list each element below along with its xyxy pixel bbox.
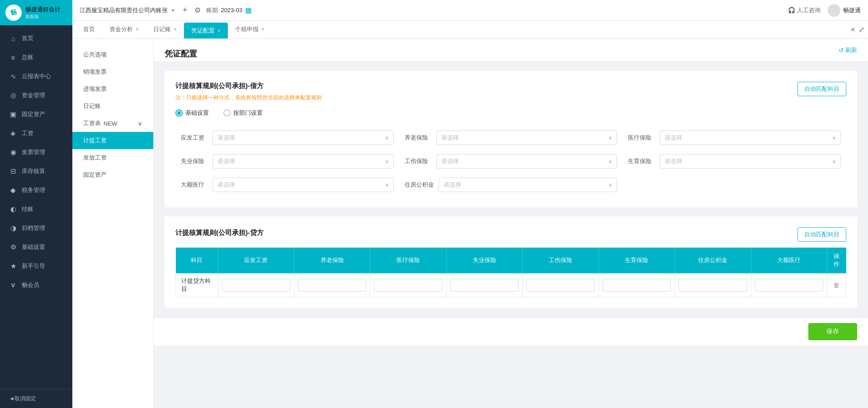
radio-basic-label: 基础设置	[185, 109, 209, 117]
input-pension[interactable]	[298, 279, 366, 291]
sidebar-item-invoice[interactable]: ◉ 发票管理	[0, 143, 72, 162]
medical-select[interactable]: 请选择 ∨	[660, 131, 841, 145]
cell-medical[interactable]	[370, 273, 446, 297]
input-big-medical[interactable]	[755, 279, 823, 291]
tabbar: 首页 资金分析 × 日记账 × 凭证配置 × 个税申报 × × ⤢	[72, 21, 868, 39]
sidebar-item-assets[interactable]: ▣ 固定资产	[0, 105, 72, 124]
tab-funds-close-icon[interactable]: ×	[136, 26, 139, 33]
left-menu-advance-salary-label: 计提工资	[83, 136, 107, 145]
sidebar-item-home[interactable]: ⌂ 首页	[0, 29, 72, 48]
big-medical-label: 大额医疗	[181, 181, 208, 189]
tax-icon: ◆	[9, 186, 17, 194]
cell-pension[interactable]	[294, 273, 370, 297]
sidebar-item-settings[interactable]: ⚙ 基础设置	[0, 238, 72, 257]
col-medical: 医疗保险	[370, 248, 446, 273]
maternity-select[interactable]: 请选择 ∨	[660, 154, 841, 169]
radio-basic[interactable]: 基础设置	[175, 109, 209, 117]
sidebar-item-funds[interactable]: ◎ 资金管理	[0, 86, 72, 105]
tab-voucher-close-icon[interactable]: ×	[217, 28, 221, 34]
left-menu-advance-salary[interactable]: 计提工资	[72, 132, 153, 149]
service-button[interactable]: 🎧 人工咨询	[788, 6, 821, 14]
pension-select[interactable]: 请选择 ∨	[436, 131, 618, 145]
tab-tax[interactable]: 个税申报 ×	[228, 21, 272, 38]
funds-icon: ◎	[9, 91, 17, 99]
close-all-icon[interactable]: ×	[851, 26, 855, 34]
logo-sub: 旗舰版	[25, 14, 61, 20]
left-menu-salary-table[interactable]: 工资表 NEW ∨	[72, 115, 153, 132]
sidebar-item-vip[interactable]: V 畅会员	[0, 276, 72, 295]
big-medical-select[interactable]: 请选择 ∨	[212, 178, 394, 192]
input-salary[interactable]	[222, 279, 290, 291]
tab-journal[interactable]: 日记账 ×	[146, 21, 184, 38]
unemployment-select[interactable]: 请选择 ∨	[212, 154, 394, 169]
sidebar-item-report[interactable]: ∿ 云报表中心	[0, 67, 72, 86]
ledger-icon: ≡	[9, 54, 17, 61]
period-selector: 账期 2023-03 ▦	[206, 6, 252, 14]
input-housing[interactable]	[679, 279, 747, 291]
expand-chevron-icon: ∨	[138, 120, 142, 127]
sidebar-item-ledger[interactable]: ≡ 总账	[0, 48, 72, 67]
refresh-button[interactable]: ↺ 刷新	[839, 46, 857, 61]
input-injury[interactable]	[526, 279, 594, 291]
field-salary: 应发工资 请选择 ∨	[175, 126, 399, 150]
period-label: 账期	[206, 6, 218, 14]
left-menu-purchase[interactable]: 进项发票	[72, 80, 153, 98]
cell-salary[interactable]	[218, 273, 294, 297]
credit-auto-match-button[interactable]: 自动匹配科目	[797, 227, 846, 242]
sidebar-item-checkout[interactable]: ◐ 结账	[0, 200, 72, 219]
save-button[interactable]: 保存	[808, 323, 857, 340]
page-title: 凭证配置	[165, 48, 197, 59]
expand-icon[interactable]: ⤢	[859, 25, 864, 34]
period-value[interactable]: 2023-03	[221, 7, 242, 14]
left-menu-fixed-assets-label: 固定资产	[83, 171, 107, 179]
input-medical[interactable]	[374, 279, 442, 291]
input-maternity[interactable]	[603, 279, 671, 291]
unpin-button[interactable]: ◄取消固定	[0, 389, 72, 408]
calendar-icon[interactable]: ▦	[245, 6, 252, 14]
credit-section: 计提核算规则(公司承担)-贷方 自动匹配科目 科目 应发工资 养老保险 医疗保险…	[165, 216, 857, 308]
sidebar-item-label: 新手引导	[22, 262, 45, 270]
tab-journal-close-icon[interactable]: ×	[174, 26, 177, 33]
left-menu-journal[interactable]: 日记账	[72, 98, 153, 115]
tab-tax-close-icon[interactable]: ×	[261, 26, 264, 33]
tab-voucher[interactable]: 凭证配置 ×	[184, 23, 228, 38]
settings-gear-icon[interactable]: ⚙	[194, 6, 201, 14]
cell-injury[interactable]	[523, 273, 599, 297]
input-unemployment[interactable]	[450, 279, 519, 291]
big-medical-arrow-icon: ∨	[385, 182, 389, 188]
cell-maternity[interactable]	[599, 273, 675, 297]
sidebar-item-salary[interactable]: ◈ 工资	[0, 124, 72, 143]
sidebar-logo[interactable]: 畅 畅捷通好会计 旗舰版	[0, 0, 72, 25]
add-tab-button[interactable]: +	[181, 4, 189, 17]
housing-select[interactable]: 请选择 ∨	[439, 178, 618, 192]
sidebar-item-tax[interactable]: ◆ 税务管理	[0, 181, 72, 200]
cell-big-medical[interactable]	[751, 273, 827, 297]
content-body: 计提核算规则(公司承担)-借方 注：只能选择一种方式，系统将按照您当前的选择来配…	[154, 62, 868, 317]
injury-select[interactable]: 请选择 ∨	[436, 154, 618, 169]
radio-dept[interactable]: 按部门设置	[223, 109, 263, 117]
user-menu[interactable]: 畅捷通	[828, 4, 861, 17]
left-menu-sales[interactable]: 销项发票	[72, 63, 153, 80]
debit-auto-match-button[interactable]: 自动匹配科目	[797, 82, 846, 96]
main-area: 江西服宝精品有限责任公司内账张 ▼ + ⚙ 账期 2023-03 ▦ 🎧 人工咨…	[72, 0, 868, 408]
tab-funds[interactable]: 资金分析 ×	[102, 21, 146, 38]
sidebar-item-guide[interactable]: ★ 新手引导	[0, 257, 72, 276]
injury-arrow-icon: ∨	[609, 159, 612, 164]
left-menu-fixed-assets[interactable]: 固定资产	[72, 166, 153, 183]
pension-label: 养老保险	[405, 134, 432, 142]
cell-action[interactable]: 🗑	[827, 273, 846, 297]
cell-unemployment[interactable]	[446, 273, 522, 297]
company-selector[interactable]: 江西服宝精品有限责任公司内账张 ▼	[80, 6, 175, 14]
sidebar-item-inventory[interactable]: ⊟ 库存核算	[0, 162, 72, 181]
delete-icon[interactable]: 🗑	[833, 281, 840, 289]
tab-journal-label: 日记账	[153, 25, 171, 33]
left-menu-public[interactable]: 公共选项	[72, 46, 153, 63]
unemployment-label: 失业保险	[181, 157, 208, 165]
left-menu-pay-salary[interactable]: 发放工资	[72, 149, 153, 166]
salary-select[interactable]: 请选择 ∨	[212, 131, 394, 145]
cell-housing[interactable]	[675, 273, 751, 297]
tab-home[interactable]: 首页	[76, 21, 102, 38]
sidebar-item-archive[interactable]: ◑ 归档管理	[0, 219, 72, 238]
credit-section-header: 计提核算规则(公司承担)-贷方 自动匹配科目	[175, 227, 846, 242]
debit-form-grid: 应发工资 请选择 ∨ 养老保险 请选择 ∨	[175, 126, 846, 197]
